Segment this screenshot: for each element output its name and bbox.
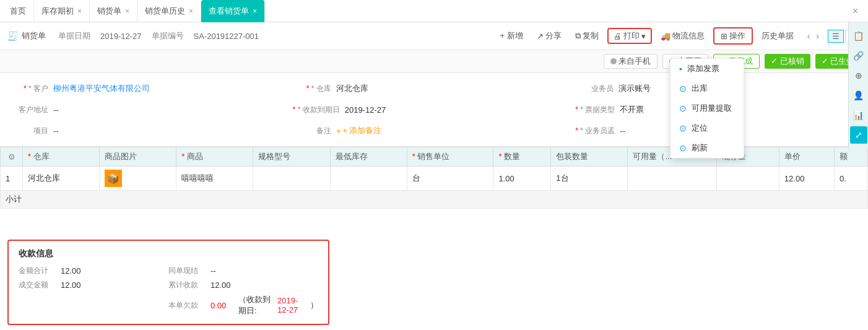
outbound-item[interactable]: ⊙ 出库 [671,79,744,98]
same-order-value: -- [210,266,216,276]
logistics-button[interactable]: 🚚 物流信息 [656,28,710,43]
new-button[interactable]: + 新增 [495,28,527,43]
payment-grid: 金额合计 12.00 同单现结 -- 成交金额 12.00 累计收款 12.00… [19,266,318,316]
available-extract-item[interactable]: ⊙ 可用量提取 [671,98,744,118]
sidebar-icon-expand[interactable]: ⤢ [850,126,867,144]
deal-amount-item: 成交金额 12.00 [19,280,168,290]
address-label: 客户地址 [10,105,53,115]
verified-button[interactable]: ✓ 已核销 [765,54,810,69]
effective-check-icon: ✓ [822,56,828,66]
operations-button[interactable]: ⊞ 操作 [713,27,753,45]
balance-item: 本单欠款 0.00 （收款到期日: 2019-12-27 ） [168,294,318,316]
staff2-label: * 业务员孟 [575,126,620,136]
col-qty: * 数量 [493,147,551,167]
balance-note-text: （收款到期日: [238,294,272,316]
copy-button[interactable]: ⧉ 复制 [570,28,604,43]
col-min-stock: 最低库存 [330,147,407,167]
nav-arrows: ‹ › [805,30,822,42]
copy-icon: ⧉ [575,31,581,41]
row-price: 12.00 [779,167,834,191]
row-product: 嘻嘻嘻嘻 [176,167,253,191]
date-value: 2019-12-27 [100,32,142,41]
col-gear[interactable]: ⚙ [1,147,23,167]
col-spec: 规格型号 [253,147,330,167]
tab-home[interactable]: 首页 [5,0,34,22]
balance-note [231,301,233,310]
ticket-type-label: * 票据类型 [575,105,620,115]
product-image: 📦 [105,170,122,187]
add-invoice-icon: ▪ [679,64,682,74]
tab-view-sales[interactable]: 查看销货单 × [201,0,265,22]
refresh-icon: ⊙ [679,143,687,153]
ticket-type-value: 不开票 [620,104,644,115]
warehouse-label: * 仓库 [293,84,336,94]
address-field: 客户地址 -- [10,102,293,118]
close-tab-sales[interactable]: × [125,7,129,15]
available-extract-icon: ⊙ [679,103,687,113]
customer-label: * 客户 [10,84,53,94]
sidebar-icon-1[interactable]: 📋 [850,27,867,45]
locate-icon: ⊙ [679,123,687,133]
total-value: 12.00 [61,266,81,276]
tab-sales-order[interactable]: 销货单 × [90,0,137,22]
balance-label: 本单欠款 [168,300,206,311]
sidebar-icon-5[interactable]: 📊 [850,106,867,124]
share-icon: ↗ [537,32,544,41]
doc-title: 🧾 销货单 [7,30,46,41]
grid-icon: ⊞ [721,32,727,41]
tab-sales-history[interactable]: 销货单历史 × [137,0,201,22]
row-current-qty [717,167,779,191]
total-label: 金额合计 [19,266,56,276]
close-window-button[interactable]: × [848,6,863,17]
add-note-button[interactable]: + + 添加备注 [336,125,382,136]
from-phone-button[interactable]: 来自手机 [604,54,658,69]
sidebar-icon-3[interactable]: ⊕ [850,67,867,84]
close-tab-inventory[interactable]: × [77,7,82,15]
row-spec [253,167,330,191]
payment-date-value: 2019-12-27 [345,105,386,115]
address-value: -- [53,105,59,115]
plus-icon: + [336,126,341,136]
row-pkg-qty: 1台 [551,167,628,191]
sidebar-icon-4[interactable]: 👤 [850,87,867,104]
print-button[interactable]: 🖨 打印 ▾ [607,28,652,44]
doc-meta: 单据日期 2019-12-27 单据编号 SA-20191227-001 [58,30,495,41]
locate-item[interactable]: ⊙ 定位 [671,118,744,138]
next-record-button[interactable]: › [814,30,822,42]
prev-record-button[interactable]: ‹ [805,30,813,42]
outbound-icon: ⊙ [679,84,687,93]
doc-header: 🧾 销货单 单据日期 2019-12-27 单据编号 SA-20191227-0… [0,22,868,50]
payment-date-field: * 收款到期日 2019-12-27 [293,102,576,118]
col-image: 商品图片 [100,147,176,167]
col-pkg-qty: 包装数量 [551,147,628,167]
number-label: 单据编号 [152,30,184,41]
col-warehouse: * 仓库 [23,147,100,167]
payment-date-label: * 收款到期日 [293,105,345,115]
row-available [628,167,717,191]
operations-dropdown: ▪ 添加发票 ⊙ 出库 ⊙ 可用量提取 ⊙ 定位 ⊙ 刷新 [670,58,744,158]
right-sidebar: 📋 🔗 ⊕ 👤 📊 ⤢ [848,22,868,149]
project-value: -- [53,126,59,136]
settings-icon[interactable]: ⚙ [8,152,15,162]
col-unit: * 销售单位 [407,147,493,167]
add-invoice-item[interactable]: ▪ 添加发票 [671,59,744,79]
close-tab-view-sales[interactable]: × [253,7,257,15]
toolbar-right: + 新增 ↗ 分享 ⧉ 复制 🖨 打印 ▾ 🚚 物流信息 ⊞ 操作 [495,27,861,45]
col-amount: 额 [834,147,867,167]
col-price: 单价 [779,147,834,167]
row-amount: 0. [834,167,867,191]
print-dropdown-arrow[interactable]: ▾ [641,32,646,41]
sidebar-icon-2[interactable]: 🔗 [850,47,867,64]
table-row: 1 河北仓库 📦 嘻嘻嘻嘻 台 1.00 1台 12.00 0. [1,167,868,191]
row-min-stock [330,167,407,191]
sales-icon: 🧾 [7,31,18,41]
list-view-button[interactable]: ☰ [828,30,844,43]
history-button[interactable]: 历史单据 [757,28,799,43]
tab-inventory-init[interactable]: 库存期初 × [34,0,90,22]
row-qty: 1.00 [493,167,551,191]
refresh-item[interactable]: ⊙ 刷新 [671,138,744,158]
share-button[interactable]: ↗ 分享 [532,28,566,43]
customer-value[interactable]: 柳州粤港平安气体有限公司 [53,83,150,94]
close-tab-history[interactable]: × [189,7,193,15]
staff-value: 演示账号 [618,83,651,94]
